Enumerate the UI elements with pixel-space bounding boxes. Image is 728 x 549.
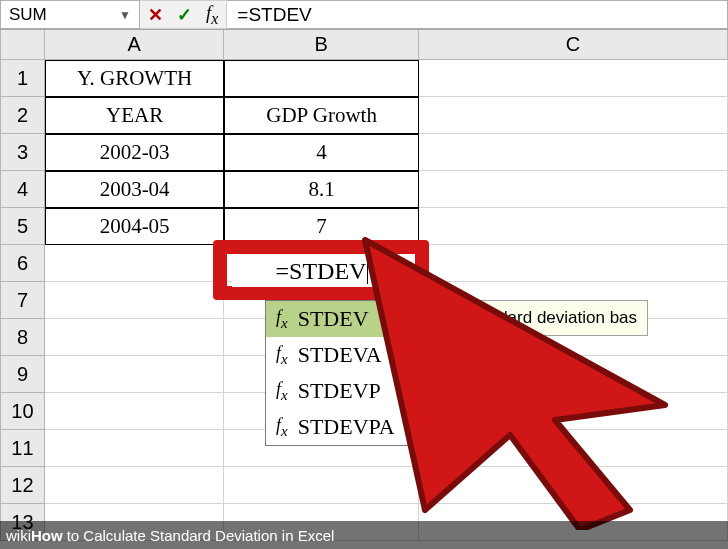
row-header[interactable]: 11 bbox=[0, 430, 45, 467]
row-header[interactable]: 3 bbox=[0, 134, 45, 171]
row-2: 2 YEAR GDP Growth bbox=[0, 97, 728, 134]
cell-B12[interactable] bbox=[224, 467, 418, 504]
autocomplete-item-stdevp[interactable]: fx STDEVP bbox=[266, 373, 459, 409]
col-header-C[interactable]: C bbox=[419, 30, 728, 60]
function-tooltip: standard deviation bas bbox=[455, 300, 648, 336]
name-box[interactable]: SUM ▼ bbox=[0, 0, 140, 29]
fx-icon[interactable]: fx bbox=[206, 2, 218, 28]
col-header-B[interactable]: B bbox=[224, 30, 418, 60]
row-header[interactable]: 6 bbox=[0, 245, 45, 282]
row-header[interactable]: 12 bbox=[0, 467, 45, 504]
cell-A9[interactable] bbox=[45, 356, 225, 393]
cell-A12[interactable] bbox=[45, 467, 225, 504]
cell-B4[interactable]: 8.1 bbox=[224, 171, 418, 208]
column-header-row: A B C bbox=[0, 30, 728, 60]
row-header[interactable]: 8 bbox=[0, 319, 45, 356]
autocomplete-label: STDEVA bbox=[298, 342, 382, 368]
cell-B3[interactable]: 4 bbox=[224, 134, 418, 171]
fx-icon: fx bbox=[276, 343, 288, 368]
cell-A8[interactable] bbox=[45, 319, 225, 356]
row-12: 12 bbox=[0, 467, 728, 504]
formula-bar-row: SUM ▼ ✕ ✓ fx =STDEV bbox=[0, 0, 728, 30]
name-box-value: SUM bbox=[9, 5, 119, 25]
row-3: 3 2002-03 4 bbox=[0, 134, 728, 171]
chevron-down-icon[interactable]: ▼ bbox=[119, 8, 131, 22]
cell-A5[interactable]: 2004-05 bbox=[45, 208, 225, 245]
formula-bar[interactable]: =STDEV bbox=[227, 0, 728, 29]
cell-A6[interactable] bbox=[45, 245, 225, 282]
cell-C9[interactable] bbox=[419, 356, 728, 393]
row-5: 5 2004-05 7 bbox=[0, 208, 728, 245]
cell-B2[interactable]: GDP Growth bbox=[224, 97, 418, 134]
autocomplete-label: STDEVP bbox=[298, 378, 381, 404]
row-4: 4 2003-04 8.1 bbox=[0, 171, 728, 208]
cell-B1[interactable] bbox=[224, 60, 418, 97]
footer-title: to Calculate Standard Deviation in Excel bbox=[67, 527, 335, 544]
brand-wiki: wiki bbox=[6, 527, 31, 544]
select-all-corner[interactable] bbox=[0, 30, 45, 60]
autocomplete-item-stdeva[interactable]: fx STDEVA bbox=[266, 337, 459, 373]
cell-A1[interactable]: Y. GROWTH bbox=[45, 60, 225, 97]
cell-C3[interactable] bbox=[419, 134, 728, 171]
row-header[interactable]: 2 bbox=[0, 97, 45, 134]
autocomplete-item-stdev[interactable]: fx STDEV bbox=[266, 301, 459, 337]
cell-C2[interactable] bbox=[419, 97, 728, 134]
autocomplete-label: STDEVPA bbox=[298, 414, 395, 440]
cell-C6[interactable] bbox=[419, 245, 728, 282]
fx-icon: fx bbox=[276, 307, 288, 332]
row-header[interactable]: 7 bbox=[0, 282, 45, 319]
row-header[interactable]: 1 bbox=[0, 60, 45, 97]
cell-A2[interactable]: YEAR bbox=[45, 97, 225, 134]
cell-C1[interactable] bbox=[419, 60, 728, 97]
watermark-footer: wikiHow to Calculate Standard Deviation … bbox=[0, 521, 728, 549]
text-caret bbox=[367, 258, 368, 284]
fx-icon: fx bbox=[276, 415, 288, 440]
cell-C12[interactable] bbox=[419, 467, 728, 504]
fx-icon: fx bbox=[276, 379, 288, 404]
row-header[interactable]: 10 bbox=[0, 393, 45, 430]
cell-A7[interactable] bbox=[45, 282, 225, 319]
row-1: 1 Y. GROWTH bbox=[0, 60, 728, 97]
col-header-A[interactable]: A bbox=[45, 30, 225, 60]
formula-bar-value: =STDEV bbox=[237, 4, 311, 26]
editing-value: =STDEV bbox=[276, 258, 367, 285]
cell-C5[interactable] bbox=[419, 208, 728, 245]
cell-A3[interactable]: 2002-03 bbox=[45, 134, 225, 171]
formula-buttons: ✕ ✓ fx bbox=[140, 0, 227, 29]
function-autocomplete: fx STDEV fx STDEVA fx STDEVP fx STDEVPA bbox=[265, 300, 460, 446]
active-cell-editor[interactable]: =STDEV bbox=[232, 255, 412, 287]
row-header[interactable]: 4 bbox=[0, 171, 45, 208]
cell-A10[interactable] bbox=[45, 393, 225, 430]
row-header[interactable]: 5 bbox=[0, 208, 45, 245]
confirm-icon[interactable]: ✓ bbox=[177, 4, 192, 26]
cell-C11[interactable] bbox=[419, 430, 728, 467]
brand-how: How bbox=[31, 527, 63, 544]
autocomplete-label: STDEV bbox=[298, 306, 369, 332]
cell-B5[interactable]: 7 bbox=[224, 208, 418, 245]
cell-A4[interactable]: 2003-04 bbox=[45, 171, 225, 208]
row-header[interactable]: 9 bbox=[0, 356, 45, 393]
autocomplete-item-stdevpa[interactable]: fx STDEVPA bbox=[266, 409, 459, 445]
cancel-icon[interactable]: ✕ bbox=[148, 4, 163, 26]
cell-C10[interactable] bbox=[419, 393, 728, 430]
cell-C4[interactable] bbox=[419, 171, 728, 208]
cell-A11[interactable] bbox=[45, 430, 225, 467]
